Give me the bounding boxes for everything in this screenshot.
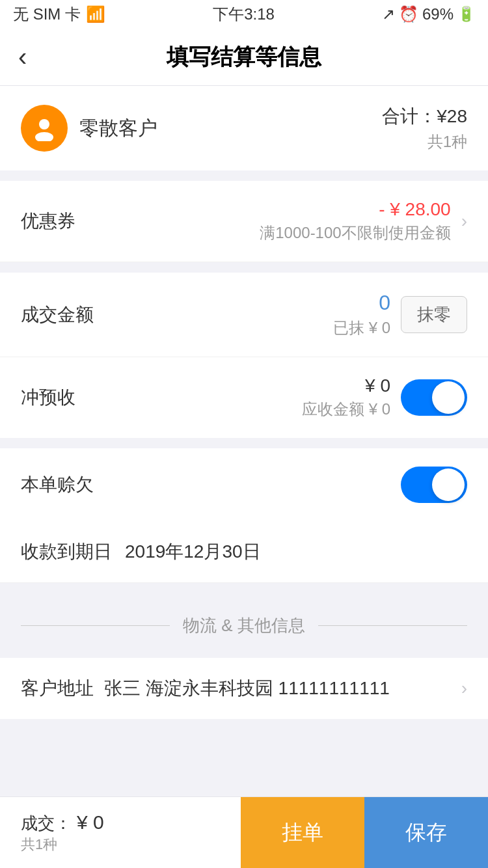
prepayment-label: 冲预收 [21,385,75,410]
prepayment-right: ¥ 0 应收金额 ¥ 0 [302,375,467,420]
address-section: 客户地址 张三 海淀永丰科技园 11111111111 › [0,658,488,719]
address-label: 客户地址 [21,676,94,701]
total-amount: 合计：¥28 [382,104,467,129]
credit-right [401,467,467,503]
bottom-bar: 成交： ¥ 0 共1种 挂单 保存 [0,796,488,868]
coupon-value: - ¥ 28.00 [260,199,450,220]
due-date-value: 2019年12月30日 [125,539,261,564]
bottom-count: 共1种 [21,835,220,854]
round-zero-button[interactable]: 抹零 [401,296,467,333]
prepayment-sub: 应收金额 ¥ 0 [302,399,390,420]
coupon-section: 优惠券 - ¥ 28.00 满1000-100不限制使用金额 › [0,181,488,262]
sim-signal: 无 SIM 卡 [13,4,81,25]
address-value: 张三 海淀永丰科技园 11111111111 [104,676,451,701]
deal-amount-sub: 已抹 ¥ 0 [333,318,390,338]
total-count: 共1种 [382,131,467,152]
nav-bar: ‹ 填写结算等信息 [0,29,488,86]
status-left: 无 SIM 卡 📶 [13,4,105,25]
credit-label: 本单赊欠 [21,472,94,497]
status-time: 下午3:18 [213,4,275,25]
page-title: 填写结算等信息 [167,42,321,72]
logistics-label-row: 物流 & 其他信息 [0,604,488,647]
address-row[interactable]: 客户地址 张三 海淀永丰科技园 11111111111 › [0,658,488,719]
logistics-label: 物流 & 其他信息 [183,614,305,637]
svg-point-1 [35,132,53,141]
status-bar: 无 SIM 卡 📶 下午3:18 ↗ ⏰ 69% 🔋 [0,0,488,29]
coupon-label: 优惠券 [21,209,75,234]
credit-toggle[interactable] [401,467,467,503]
coupon-row[interactable]: 优惠券 - ¥ 28.00 满1000-100不限制使用金额 › [0,181,488,262]
bottom-deal-amount: ¥ 0 [77,811,104,834]
customer-total: 合计：¥28 共1种 [382,104,467,152]
status-right: ↗ ⏰ 69% 🔋 [382,5,475,23]
customer-left: 零散客户 [21,105,157,152]
avatar [21,105,68,152]
customer-name: 零散客户 [79,115,157,142]
alarm-icon: ⏰ [399,5,418,23]
toggle-knob [432,381,465,414]
divider-right [318,625,467,626]
bottom-deal-label: 成交： [21,812,72,835]
bottom-deal-row: 成交： ¥ 0 [21,811,220,835]
content: 零散客户 合计：¥28 共1种 优惠券 - ¥ 28.00 满1000-100不… [0,86,488,807]
spacer-2 [0,647,488,658]
hold-button[interactable]: 挂单 [241,797,364,869]
coupon-chevron-icon: › [461,211,467,232]
deal-amount-value: 0 [333,291,390,315]
prepayment-row: 冲预收 ¥ 0 应收金额 ¥ 0 [0,357,488,438]
battery-icon: 🔋 [457,6,475,23]
deal-section: 成交金额 0 已抹 ¥ 0 抹零 冲预收 ¥ 0 应收金额 ¥ 0 [0,273,488,438]
svg-point-0 [39,119,49,129]
coupon-value-block: - ¥ 28.00 满1000-100不限制使用金额 [260,199,450,243]
prepayment-values: ¥ 0 应收金额 ¥ 0 [302,375,390,420]
prepayment-toggle[interactable] [401,379,467,416]
back-button[interactable]: ‹ [18,42,27,72]
credit-toggle-knob [432,468,465,501]
deal-amount-values: 0 已抹 ¥ 0 [333,291,390,338]
bottom-info: 成交： ¥ 0 共1种 [0,811,241,854]
save-button[interactable]: 保存 [364,797,488,869]
spacer-1 [0,593,488,604]
credit-row: 本单赊欠 [0,448,488,521]
due-date-row: 收款到期日 2019年12月30日 [0,521,488,583]
coupon-right: - ¥ 28.00 满1000-100不限制使用金额 › [260,199,467,243]
wifi-icon: 📶 [86,5,105,23]
credit-section: 本单赊欠 收款到期日 2019年12月30日 [0,448,488,583]
divider-left [21,625,170,626]
customer-row: 零散客户 合计：¥28 共1种 [0,86,488,170]
prepayment-value: ¥ 0 [302,375,390,396]
deal-amount-row: 成交金额 0 已抹 ¥ 0 抹零 [0,273,488,357]
due-date-label: 收款到期日 [21,539,112,564]
location-icon: ↗ [382,5,395,23]
address-chevron-icon: › [461,678,467,699]
deal-amount-right: 0 已抹 ¥ 0 抹零 [333,291,467,338]
battery-text: 69% [422,5,454,23]
deal-amount-label: 成交金额 [21,303,94,327]
coupon-sub: 满1000-100不限制使用金额 [260,223,450,243]
